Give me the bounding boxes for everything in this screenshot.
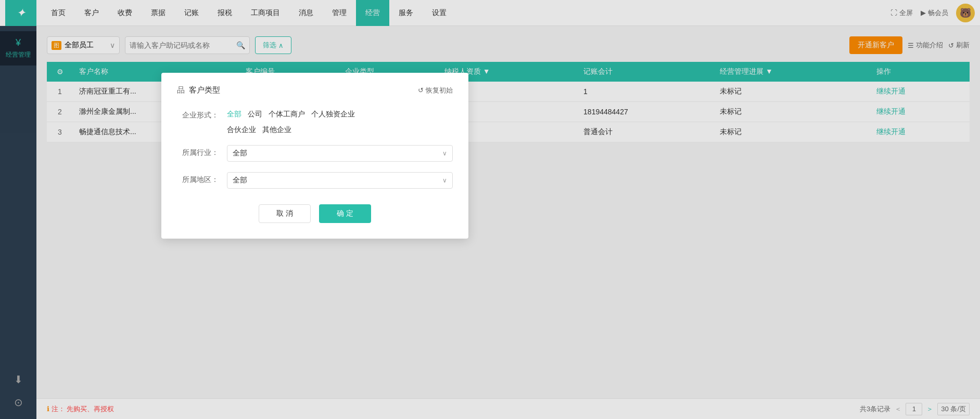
enterprise-radio-group-2: 合伙企业 其他企业 (227, 123, 453, 135)
modal-title-icon: 品 (177, 85, 185, 95)
option-other[interactable]: 其他企业 (262, 125, 291, 135)
confirm-button[interactable]: 确 定 (319, 204, 371, 223)
industry-form-row: 所属行业： 全部 ∨ (177, 145, 453, 162)
enterprise-radio-group: 全部 公司 个体工商户 个人独资企业 (227, 108, 453, 119)
option-partnership[interactable]: 合伙企业 (227, 125, 256, 135)
industry-select-value: 全部 (233, 149, 247, 158)
filter-modal: 品 客户类型 ↺ 恢复初始 企业形式： 全部 公司 个体工商户 个人独资企业 合… (161, 73, 468, 239)
region-label: 所属地区： (177, 172, 219, 185)
industry-form-content: 全部 ∨ (227, 145, 453, 162)
industry-select[interactable]: 全部 ∨ (227, 145, 453, 162)
industry-label: 所属行业： (177, 145, 219, 158)
option-all[interactable]: 全部 (227, 110, 241, 119)
option-sole-trader[interactable]: 个体工商户 (269, 110, 305, 119)
region-form-content: 全部 ∨ (227, 172, 453, 189)
modal-title-text: 客户类型 (189, 85, 220, 95)
option-company[interactable]: 公司 (248, 110, 262, 119)
enterprise-form-label: 企业形式： (177, 108, 219, 120)
enterprise-form-content: 全部 公司 个体工商户 个人独资企业 合伙企业 其他企业 (227, 108, 453, 135)
region-select-value: 全部 (233, 176, 247, 185)
modal-header: 品 客户类型 ↺ 恢复初始 (177, 85, 453, 95)
modal-title: 品 客户类型 (177, 85, 220, 95)
modal-footer: 取 消 确 定 (177, 204, 453, 223)
reset-label: 恢复初始 (426, 86, 453, 95)
reset-icon: ↺ (418, 86, 424, 94)
industry-dropdown-icon: ∨ (442, 150, 447, 157)
cancel-button[interactable]: 取 消 (259, 204, 311, 223)
modal-reset-button[interactable]: ↺ 恢复初始 (418, 86, 453, 95)
region-select[interactable]: 全部 ∨ (227, 172, 453, 189)
modal-overlay (0, 0, 980, 419)
enterprise-form-row: 企业形式： 全部 公司 个体工商户 个人独资企业 合伙企业 其他企业 (177, 108, 453, 135)
region-form-row: 所属地区： 全部 ∨ (177, 172, 453, 189)
region-dropdown-icon: ∨ (442, 177, 447, 184)
option-individual[interactable]: 个人独资企业 (311, 110, 355, 119)
